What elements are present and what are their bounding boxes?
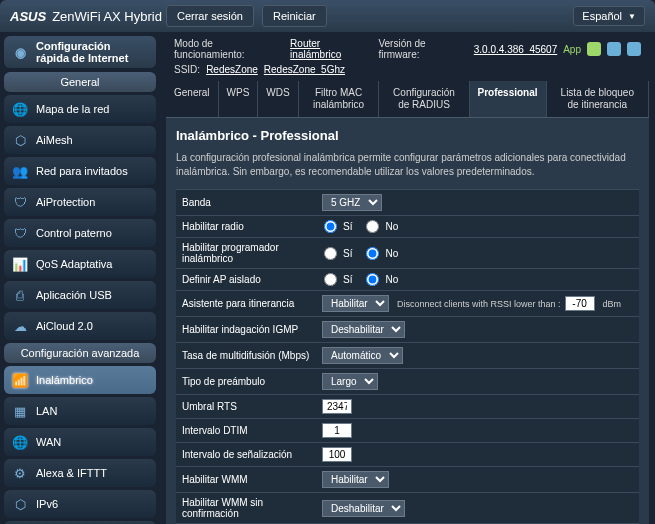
tab-general[interactable]: General bbox=[166, 81, 219, 117]
sidebar-item-wan[interactable]: 🌐WAN bbox=[4, 428, 156, 456]
sidebar-item-aplicaci-n-usb[interactable]: ⎙Aplicación USB bbox=[4, 281, 156, 309]
sidebar-item-red-para-invitados[interactable]: 👥Red para invitados bbox=[4, 157, 156, 185]
sidebar-item-aicloud-2-0[interactable]: ☁AiCloud 2.0 bbox=[4, 312, 156, 340]
rts-label: Umbral RTS bbox=[182, 401, 322, 412]
app-icon[interactable] bbox=[587, 42, 601, 56]
ssid2[interactable]: RedesZone_5Ghz bbox=[264, 64, 345, 75]
sidebar-item-mapa-de-la-red[interactable]: 🌐Mapa de la red bbox=[4, 95, 156, 123]
logout-button[interactable]: Cerrar sesión bbox=[166, 5, 254, 27]
menu-icon: 🛡 bbox=[12, 225, 28, 241]
sidebar-item-aiprotection[interactable]: 🛡AiProtection bbox=[4, 188, 156, 216]
menu-icon: 🌐 bbox=[12, 101, 28, 117]
fw-label: Versión de firmware: bbox=[378, 38, 467, 60]
menu-icon: ⚙ bbox=[12, 465, 28, 481]
top-bar: ASUS ZenWiFi AX Hybrid Cerrar sesión Rei… bbox=[0, 0, 655, 32]
connect-icon[interactable] bbox=[607, 42, 621, 56]
menu-icon: ⬡ bbox=[12, 496, 28, 512]
category-general: General bbox=[4, 72, 156, 92]
tab-lista-de-bloqueo-de-itinerancia[interactable]: Lista de bloqueo de itinerancia bbox=[547, 81, 649, 117]
band-select[interactable]: 5 GHZ bbox=[322, 194, 382, 211]
quick-setup-button[interactable]: ◉ Configuración rápida de Internet bbox=[4, 36, 156, 68]
main-panel: Modo de funcionamiento: Router inalámbri… bbox=[160, 32, 655, 524]
menu-icon: ☁ bbox=[12, 318, 28, 334]
apiso-no[interactable] bbox=[366, 273, 379, 286]
wmm-noack-select[interactable]: Deshabilitar bbox=[322, 500, 405, 517]
tab-bar: GeneralWPSWDSFiltro MAC inalámbricoConfi… bbox=[166, 81, 649, 118]
tab-wps[interactable]: WPS bbox=[219, 81, 259, 117]
reboot-button[interactable]: Reiniciar bbox=[262, 5, 327, 27]
igmp-label: Habilitar indagación IGMP bbox=[182, 324, 322, 335]
panel-title: Inalámbrico - Professional bbox=[176, 128, 639, 143]
rssi-input[interactable] bbox=[565, 296, 595, 311]
igmp-select[interactable]: Deshabilitar bbox=[322, 321, 405, 338]
roam-label: Asistente para itinerancia bbox=[182, 298, 322, 309]
menu-icon: ▦ bbox=[12, 403, 28, 419]
menu-icon: 👥 bbox=[12, 163, 28, 179]
dtim-label: Intervalo DTIM bbox=[182, 425, 322, 436]
mcast-label: Tasa de multidifusión (Mbps) bbox=[182, 350, 322, 361]
dtim-input[interactable] bbox=[322, 423, 352, 438]
language-select[interactable]: Español ▼ bbox=[573, 6, 645, 26]
logo: ASUS bbox=[10, 9, 46, 24]
app-label[interactable]: App bbox=[563, 44, 581, 55]
chevron-down-icon: ▼ bbox=[628, 12, 636, 21]
apiso-yes[interactable] bbox=[324, 273, 337, 286]
tab-configuraci-n-de-radius[interactable]: Configuración de RADIUS bbox=[379, 81, 469, 117]
panel-desc: La configuración profesional inalámbrica… bbox=[176, 151, 639, 179]
radio-label: Habilitar radio bbox=[182, 221, 322, 232]
tab-filtro-mac-inal-mbrico[interactable]: Filtro MAC inalámbrico bbox=[299, 81, 380, 117]
share-icon[interactable] bbox=[627, 42, 641, 56]
radio-yes[interactable] bbox=[324, 220, 337, 233]
tab-wds[interactable]: WDS bbox=[258, 81, 298, 117]
apiso-label: Definir AP aislado bbox=[182, 274, 322, 285]
sched-no[interactable] bbox=[366, 247, 379, 260]
rts-input[interactable] bbox=[322, 399, 352, 414]
beacon-input[interactable] bbox=[322, 447, 352, 462]
sidebar-item-ipv6[interactable]: ⬡IPv6 bbox=[4, 490, 156, 518]
sidebar-item-lan[interactable]: ▦LAN bbox=[4, 397, 156, 425]
wmm-select[interactable]: Habilitar bbox=[322, 471, 389, 488]
menu-icon: ⎙ bbox=[12, 287, 28, 303]
sched-yes[interactable] bbox=[324, 247, 337, 260]
menu-icon: 📊 bbox=[12, 256, 28, 272]
menu-icon: 📶 bbox=[12, 372, 28, 388]
preamble-label: Tipo de preámbulo bbox=[182, 376, 322, 387]
menu-icon: ⬡ bbox=[12, 132, 28, 148]
roam-select[interactable]: Habilitar bbox=[322, 295, 389, 312]
sidebar-item-alexa-ifttt[interactable]: ⚙Alexa & IFTTT bbox=[4, 459, 156, 487]
ssid1[interactable]: RedesZone bbox=[206, 64, 258, 75]
mcast-select[interactable]: Automático bbox=[322, 347, 403, 364]
category-advanced: Configuración avanzada bbox=[4, 343, 156, 363]
mode-label: Modo de funcionamiento: bbox=[174, 38, 284, 60]
sidebar-item-control-paterno[interactable]: 🛡Control paterno bbox=[4, 219, 156, 247]
band-label: Banda bbox=[182, 197, 322, 208]
model-name: ZenWiFi AX Hybrid bbox=[52, 9, 162, 24]
preamble-select[interactable]: Largo bbox=[322, 373, 378, 390]
mode-link[interactable]: Router inalámbrico bbox=[290, 38, 372, 60]
menu-icon: 🛡 bbox=[12, 194, 28, 210]
sidebar: ◉ Configuración rápida de Internet Gener… bbox=[0, 32, 160, 524]
ssid-label: SSID: bbox=[174, 64, 200, 75]
wmm-label: Habilitar WMM bbox=[182, 474, 322, 485]
wmm-noack-label: Habilitar WMM sin confirmación bbox=[182, 497, 322, 519]
menu-icon: 🌐 bbox=[12, 434, 28, 450]
sidebar-item-qos-adaptativa[interactable]: 📊QoS Adaptativa bbox=[4, 250, 156, 278]
beacon-label: Intervalo de señalización bbox=[182, 449, 322, 460]
gauge-icon: ◉ bbox=[12, 44, 28, 60]
tab-professional[interactable]: Professional bbox=[470, 81, 547, 117]
radio-no[interactable] bbox=[366, 220, 379, 233]
sidebar-item-aimesh[interactable]: ⬡AiMesh bbox=[4, 126, 156, 154]
sched-label: Habilitar programador inalámbrico bbox=[182, 242, 322, 264]
fw-link[interactable]: 3.0.0.4.386_45607 bbox=[474, 44, 557, 55]
sidebar-item-inal-mbrico[interactable]: 📶Inalámbrico bbox=[4, 366, 156, 394]
